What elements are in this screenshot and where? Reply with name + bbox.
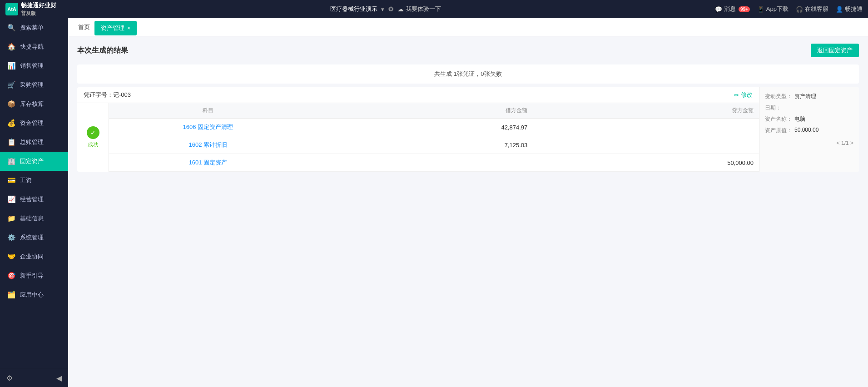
side-asset-value-value: 50,000.00: [794, 127, 818, 134]
sidebar-item-operation[interactable]: 📈经营管理: [0, 190, 68, 209]
debit-cell: 42,874.97: [307, 119, 533, 136]
side-change-type: 变动类型： 资产清理: [765, 93, 853, 100]
messages-badge: 99+: [739, 6, 750, 12]
sidebar-item-enterprise[interactable]: 🤝企业协同: [0, 247, 68, 266]
table-container: 科目 借方金额 贷方金额 1606 固定资产清理 42,874.97 1602 …: [109, 103, 759, 172]
return-fixed-asset-button[interactable]: 返回固定资产: [811, 44, 859, 57]
table-row: 1606 固定资产清理 42,874.97: [109, 119, 759, 136]
settings-footer-icon[interactable]: ⚙: [6, 374, 13, 382]
voucher-table-wrapper: ✓ 成功 科目 借方金额 贷方金额: [77, 103, 759, 172]
logo-icon: AtA: [5, 3, 18, 15]
message-icon: 💬: [715, 6, 722, 13]
tab-close-icon[interactable]: ×: [127, 25, 130, 31]
credit-cell: 50,000.00: [533, 154, 759, 172]
settings-icon[interactable]: ⚙: [388, 5, 394, 13]
operation-icon: 📈: [7, 195, 15, 203]
page-content: 本次生成的结果 返回固定资产 共生成 1张凭证，0张失败 凭证字号：记-003 …: [68, 36, 868, 387]
enterprise-icon: 🤝: [7, 253, 15, 261]
sidebar-item-ledger[interactable]: 📋总账管理: [0, 133, 68, 152]
messages-btn[interactable]: 💬 消息 99+: [715, 5, 750, 13]
pagination-text: 1/1: [841, 140, 850, 146]
credit-cell: [533, 136, 759, 154]
table-row: 1601 固定资产 50,000.00: [109, 154, 759, 172]
side-date: 日期：: [765, 104, 853, 112]
topbar: AtA 畅捷通好业财 普及版 医疗器械行业演示 ▾ ⚙ ☁ 我要体验一下 💬 消…: [0, 0, 868, 18]
page-title: 本次生成的结果: [77, 46, 128, 55]
sidebar-item-fixed-asset[interactable]: 🏢固定资产: [0, 152, 68, 171]
voucher-main: 凭证字号：记-003 ✏ 修改 ✓ 成功: [77, 87, 759, 172]
prev-page-icon[interactable]: <: [837, 140, 840, 146]
side-change-type-label: 变动类型：: [765, 93, 794, 100]
sidebar: 🔍搜索菜单🏠快捷导航📊销售管理🛒采购管理📦库存核算💰资金管理📋总账管理🏢固定资产…: [0, 18, 68, 387]
col-header-debit: 借方金额: [307, 103, 533, 119]
sidebar-item-guide[interactable]: 🎯新手引导: [0, 266, 68, 285]
debit-cell: 7,125.03: [307, 136, 533, 154]
user-icon: 👤: [836, 6, 843, 13]
sidebar-item-purchase[interactable]: 🛒采购管理: [0, 75, 68, 94]
subject-cell: 1602 累计折旧: [109, 136, 307, 154]
tab-asset-management[interactable]: 资产管理 ×: [94, 21, 137, 35]
quick-nav-icon: 🏠: [7, 43, 15, 51]
tabs-bar: 首页 资产管理 ×: [68, 18, 868, 36]
sidebar-item-fund[interactable]: 💰资金管理: [0, 114, 68, 133]
edition-badge: 普及版: [21, 10, 56, 17]
success-label: 成功: [88, 141, 99, 149]
sidebar-item-search[interactable]: 🔍搜索菜单: [0, 18, 68, 37]
sidebar-item-sales[interactable]: 📊销售管理: [0, 56, 68, 75]
summary-bar: 共生成 1张凭证，0张失败: [77, 64, 859, 84]
sidebar-item-quick-nav[interactable]: 🏠快捷导航: [0, 37, 68, 56]
app-name: 畅捷通好业财: [21, 1, 56, 10]
side-asset-name-value: 电脑: [794, 115, 805, 123]
basic-icon: 📁: [7, 214, 15, 223]
tab-home[interactable]: 首页: [74, 23, 94, 31]
fixed-asset-icon: 🏢: [7, 157, 15, 165]
sidebar-item-basic[interactable]: 📁基础信息: [0, 209, 68, 228]
debit-cell: [307, 154, 533, 172]
search-icon: 🔍: [7, 24, 15, 32]
guide-icon: 🎯: [7, 272, 15, 280]
purchase-icon: 🛒: [7, 81, 15, 89]
subject-cell: 1601 固定资产: [109, 154, 307, 172]
collapse-sidebar-icon[interactable]: ◀: [56, 374, 62, 382]
page-header: 本次生成的结果 返回固定资产: [77, 44, 859, 57]
company-name: 医疗器械行业演示: [330, 5, 377, 13]
voucher-table: 科目 借方金额 贷方金额 1606 固定资产清理 42,874.97 1602 …: [109, 103, 759, 172]
voucher-number: 凭证字号：记-003: [84, 91, 131, 99]
fund-icon: 💰: [7, 119, 15, 127]
sidebar-item-app-center[interactable]: 🗂️应用中心: [0, 285, 68, 304]
user-menu[interactable]: 👤 畅捷通: [836, 5, 863, 13]
col-header-subject: 科目: [109, 103, 307, 119]
app-center-icon: 🗂️: [7, 291, 15, 299]
side-date-label: 日期：: [765, 104, 794, 112]
voucher-header: 凭证字号：记-003 ✏ 修改: [77, 87, 759, 103]
headset-icon: 🎧: [796, 6, 803, 13]
credit-cell: [533, 119, 759, 136]
content-area: 首页 资产管理 × 本次生成的结果 返回固定资产 共生成 1张凭证，0张失败: [68, 18, 868, 387]
next-page-icon[interactable]: >: [850, 140, 853, 146]
sidebar-footer: ⚙ ◀: [0, 369, 68, 387]
payroll-icon: 💳: [7, 176, 15, 184]
side-change-type-value: 资产清理: [794, 93, 816, 100]
sidebar-item-inventory[interactable]: 📦库存核算: [0, 94, 68, 114]
voucher-block: 凭证字号：记-003 ✏ 修改 ✓ 成功: [77, 87, 859, 172]
edit-voucher-button[interactable]: ✏ 修改: [734, 91, 753, 99]
col-header-credit: 贷方金额: [533, 103, 759, 119]
dropdown-icon[interactable]: ▾: [381, 6, 384, 13]
ledger-icon: 📋: [7, 138, 15, 146]
side-pagination[interactable]: < 1/1 >: [765, 140, 853, 146]
online-service-btn[interactable]: 🎧 在线客服: [796, 5, 828, 13]
sidebar-item-payroll[interactable]: 💳工资: [0, 171, 68, 190]
phone-icon: 📱: [757, 6, 764, 13]
voucher-side: 变动类型： 资产清理 日期： 资产名称： 电脑 资产原值： 50,000.00: [759, 87, 859, 172]
app-download-btn[interactable]: 📱 App下载: [757, 5, 789, 13]
table-row: 1602 累计折旧 7,125.03: [109, 136, 759, 154]
sidebar-item-system[interactable]: ⚙️系统管理: [0, 228, 68, 247]
edit-icon: ✏: [734, 92, 739, 99]
side-asset-value-label: 资产原值：: [765, 127, 794, 134]
side-asset-value: 资产原值： 50,000.00: [765, 127, 853, 134]
topbar-right: 💬 消息 99+ 📱 App下载 🎧 在线客服 👤 畅捷通: [715, 5, 863, 13]
inventory-icon: 📦: [7, 100, 15, 108]
try-btn[interactable]: ☁ 我要体验一下: [397, 5, 441, 13]
system-icon: ⚙️: [7, 233, 15, 242]
summary-text: 共生成 1张凭证，0张失败: [434, 70, 501, 77]
